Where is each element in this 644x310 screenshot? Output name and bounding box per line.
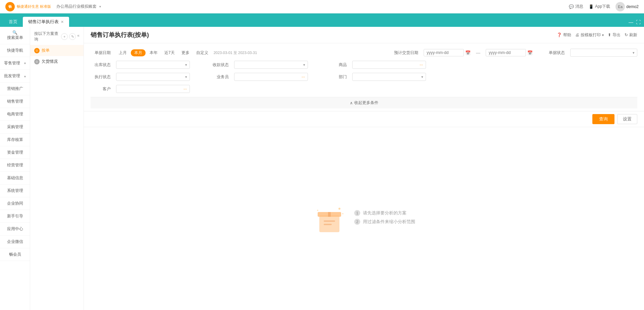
sidebar-item-marketing[interactable]: 营销推广 bbox=[0, 83, 30, 95]
sidebar-item-newbie[interactable]: 新手引导 bbox=[0, 210, 30, 223]
app-download-label: App下载 bbox=[595, 4, 610, 9]
sidebar-item-sales[interactable]: 销售管理 bbox=[0, 95, 30, 108]
step-1-text: 请先选择要分析的方案 bbox=[363, 210, 407, 216]
exec-status-label: 执行状态 bbox=[91, 74, 111, 80]
dept-label: 部门 bbox=[327, 74, 347, 80]
expected-date-from-input[interactable] bbox=[424, 49, 464, 56]
payment-status-wrap bbox=[234, 61, 308, 69]
print-arrow-icon: ▾ bbox=[602, 33, 604, 37]
query-button[interactable]: 查询 bbox=[592, 114, 614, 124]
sidebar-search[interactable]: 🔍 搜索菜单 bbox=[0, 27, 30, 44]
salesperson-dots-icon: ··· bbox=[302, 74, 305, 79]
filter-row-1: 单据日期 上月 本月 本年 近7天 更多 自定义 2023-03-01 至 20… bbox=[91, 49, 637, 57]
refresh-icon: ↻ bbox=[625, 33, 628, 37]
payment-status-label: 收款状态 bbox=[209, 62, 229, 68]
sidebar-item-operations[interactable]: 经营管理 bbox=[0, 159, 30, 172]
filter-row-3: 执行状态 业务员 ··· 部门 bbox=[91, 73, 637, 81]
expected-date-to: 📅 bbox=[486, 49, 533, 56]
app-download-button[interactable]: 📱 App下载 bbox=[589, 4, 610, 9]
export-button[interactable]: ⬆ 导出 bbox=[608, 32, 621, 38]
exec-status-select[interactable] bbox=[116, 73, 190, 81]
sidebar-item-corp[interactable]: 企业协同 bbox=[0, 197, 30, 210]
tab-bar: 首页 销售订单执行表 ✕ — ⛶ bbox=[0, 13, 644, 27]
salesperson-input[interactable]: ··· bbox=[234, 73, 308, 81]
collapse-left-panel-button[interactable]: « bbox=[77, 33, 79, 40]
sidebar-item-system[interactable]: 系统管理 bbox=[0, 185, 30, 197]
salesperson-label: 业务员 bbox=[209, 74, 229, 80]
sidebar-item-finance[interactable]: 资金管理 bbox=[0, 146, 30, 159]
collapse-icon: « bbox=[77, 33, 79, 38]
custom-btn[interactable]: 自定义 bbox=[194, 49, 211, 56]
empty-text: 1 请先选择要分析的方案 2 用过滤条件来缩小分析范围 bbox=[354, 210, 415, 227]
dept-select[interactable] bbox=[352, 73, 426, 81]
edit-plan-button[interactable]: ✎ bbox=[69, 33, 76, 40]
window-minimize-icon[interactable]: — bbox=[629, 19, 633, 25]
tab-close-icon[interactable]: ✕ bbox=[61, 20, 64, 24]
sidebar-item-wholesale[interactable]: 批发管理 ▴ bbox=[0, 70, 30, 83]
sidebar-quick-nav[interactable]: 快捷导航 bbox=[0, 44, 30, 57]
this-month-btn[interactable]: 本月 bbox=[131, 49, 146, 56]
settings-button[interactable]: 设置 bbox=[617, 114, 637, 124]
message-button[interactable]: 💬 消息 bbox=[569, 4, 583, 9]
left-panel-title: 按以下方案查询 bbox=[34, 31, 61, 42]
sidebar-item-corpwechat[interactable]: 企业微信 bbox=[0, 236, 30, 248]
sidebar-item-purchase[interactable]: 采购管理 bbox=[0, 121, 30, 134]
last-month-btn[interactable]: 上月 bbox=[116, 49, 129, 56]
last-7days-btn[interactable]: 近7天 bbox=[162, 49, 177, 56]
more-btn[interactable]: 更多 bbox=[179, 49, 192, 56]
step-1-num: 1 bbox=[354, 210, 360, 216]
print-icon: 🖨 bbox=[575, 33, 579, 37]
help-button[interactable]: ❓ 帮助 bbox=[557, 32, 571, 38]
collapse-filter-icon: ∧ bbox=[350, 101, 353, 105]
empty-step-1: 1 请先选择要分析的方案 bbox=[354, 210, 415, 216]
customer-dots-icon: ··· bbox=[183, 87, 187, 91]
status-label: 单据状态 bbox=[545, 50, 565, 56]
payment-status-select[interactable] bbox=[234, 61, 308, 69]
empty-content: 1 请先选择要分析的方案 2 用过滤条件来缩小分析范围 bbox=[313, 202, 415, 236]
add-plan-button[interactable]: + bbox=[61, 33, 68, 40]
content-wrapper: 按以下方案查询 + ✎ « ⊙ 按单 bbox=[30, 27, 644, 310]
breadcrumb-arrow-icon[interactable]: ▾ bbox=[99, 5, 101, 8]
window-maximize-icon[interactable]: ⛶ bbox=[636, 19, 641, 25]
calendar-to-icon[interactable]: 📅 bbox=[527, 50, 533, 55]
plan-icon-debt: ⊙ bbox=[34, 59, 40, 64]
content-area: 按以下方案查询 + ✎ « ⊙ 按单 bbox=[30, 27, 644, 310]
svg-point-6 bbox=[342, 213, 343, 214]
dept-wrap bbox=[352, 73, 426, 81]
goods-label: 商品 bbox=[327, 62, 347, 68]
sidebar-item-inventory[interactable]: 库存核算 bbox=[0, 134, 30, 146]
this-year-btn[interactable]: 本年 bbox=[147, 49, 160, 56]
sidebar-item-basic[interactable]: 基础信息 bbox=[0, 172, 30, 185]
collapse-filter-button[interactable]: ∧ 收起更多条件 bbox=[91, 97, 637, 108]
tab-home[interactable]: 首页 bbox=[3, 17, 23, 27]
sidebar-item-retail[interactable]: 零售管理 ▾ bbox=[0, 57, 30, 70]
calendar-from-icon[interactable]: 📅 bbox=[465, 50, 471, 55]
plan-item-debt-label: 欠货情况 bbox=[42, 59, 58, 64]
status-select[interactable] bbox=[570, 49, 637, 57]
message-label: 消息 bbox=[575, 4, 583, 9]
print-button[interactable]: 🖨 按模板打印 ▾ bbox=[575, 32, 604, 38]
sidebar-item-member[interactable]: 畅会员 bbox=[0, 248, 30, 261]
sidebar-item-appcenter[interactable]: 应用中心 bbox=[0, 223, 30, 236]
date-range-text: 2023-03-01 至 2023-03-31 bbox=[214, 50, 257, 55]
sidebar-item-ecommerce[interactable]: 电商管理 bbox=[0, 108, 30, 121]
plan-item-order[interactable]: ⊙ 按单 bbox=[30, 45, 84, 56]
goods-input[interactable]: ··· bbox=[352, 61, 426, 69]
date-separator: — bbox=[476, 50, 480, 55]
collapse-filter-label: 收起更多条件 bbox=[354, 100, 378, 106]
refresh-button[interactable]: ↻ 刷新 bbox=[625, 32, 637, 38]
tab-sales-order[interactable]: 销售订单执行表 ✕ bbox=[23, 17, 69, 27]
empty-illustration bbox=[313, 202, 346, 236]
step-2-text: 用过滤条件来缩小分析范围 bbox=[363, 219, 415, 225]
avatar: Ea bbox=[615, 2, 625, 11]
plan-item-debt[interactable]: ⊙ 欠货情况 bbox=[30, 56, 84, 67]
customer-input[interactable]: ··· bbox=[116, 85, 190, 93]
expected-date-label: 预计交货日期 bbox=[394, 50, 418, 56]
filter-row-4: 客户 ··· bbox=[91, 85, 637, 93]
user-area[interactable]: Ea demo2 bbox=[615, 2, 639, 11]
search-icon: 🔍 bbox=[12, 30, 17, 35]
right-content: 销售订单执行表(按单) ❓ 帮助 🖨 按模板打印 ▾ ⬆ bbox=[84, 27, 644, 310]
expected-date-to-input[interactable] bbox=[486, 49, 526, 56]
user-name: demo2 bbox=[626, 4, 639, 9]
outbound-status-select[interactable] bbox=[116, 61, 190, 69]
